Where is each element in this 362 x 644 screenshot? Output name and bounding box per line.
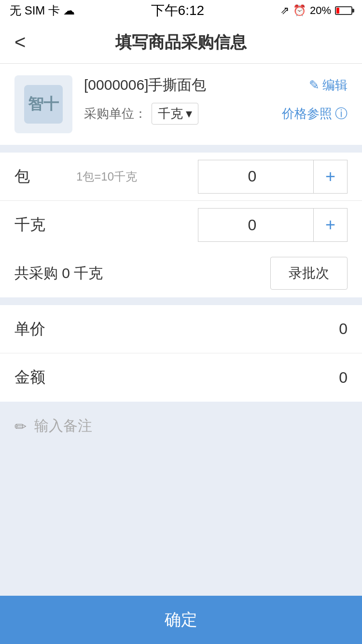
- bag-label: 包: [14, 166, 72, 187]
- kg-label: 千克: [14, 214, 72, 236]
- sim-status: 无 SIM 卡 ☁: [10, 3, 75, 18]
- bag-input[interactable]: [198, 160, 314, 194]
- bag-sublabel: 1包=10千克: [76, 169, 198, 184]
- unit-price-value: 0: [339, 320, 348, 338]
- unit-dropdown[interactable]: 千克 ▾: [152, 103, 198, 125]
- product-logo: 智十: [24, 85, 63, 124]
- section-separator-1: [0, 145, 362, 153]
- product-card: 智十 [0000006]手撕面包 ✎ 编辑 采购单位： 千克 ▾ 价格参照 ⓘ: [0, 64, 362, 145]
- product-info: [0000006]手撕面包 ✎ 编辑 采购单位： 千克 ▾ 价格参照 ⓘ: [84, 75, 348, 125]
- unit-price-label: 单价: [14, 319, 45, 340]
- price-ref-button[interactable]: 价格参照 ⓘ: [282, 105, 348, 122]
- unit-price-row: 单价 0: [0, 305, 362, 353]
- amount-value: 0: [339, 369, 348, 387]
- edit-button[interactable]: ✎ 编辑: [309, 77, 348, 94]
- alarm-icon: ⏰: [293, 4, 306, 17]
- amount-label: 金额: [14, 367, 45, 388]
- price-section: 单价 0 金额 0: [0, 305, 362, 402]
- location-icon: ⇗: [280, 4, 289, 17]
- unit-selector: 采购单位： 千克 ▾: [84, 103, 198, 125]
- unit-label: 采购单位：: [84, 105, 147, 122]
- bag-input-group: +: [198, 160, 348, 194]
- kg-row: 千克 +: [0, 201, 362, 249]
- product-top-row: [0000006]手撕面包 ✎ 编辑: [84, 75, 348, 95]
- bag-plus-button[interactable]: +: [314, 160, 348, 194]
- status-right: ⇗ ⏰ 20%: [280, 4, 352, 17]
- total-label: 共采购 0 千克: [14, 264, 103, 283]
- status-left: 无 SIM 卡 ☁: [10, 3, 75, 18]
- price-ref-label: 价格参照: [282, 105, 332, 122]
- section-separator-2: [0, 297, 362, 305]
- back-button[interactable]: <: [14, 31, 26, 53]
- kg-input[interactable]: [198, 208, 314, 242]
- remark-section[interactable]: ✏ 输入备注: [0, 402, 362, 489]
- kg-input-group: +: [198, 208, 348, 242]
- status-bar: 无 SIM 卡 ☁ 下午6:12 ⇗ ⏰ 20%: [0, 0, 362, 21]
- chevron-down-icon: ▾: [186, 106, 192, 121]
- total-row: 共采购 0 千克 录批次: [0, 249, 362, 297]
- amount-row: 金额 0: [0, 353, 362, 402]
- batch-button[interactable]: 录批次: [270, 257, 348, 290]
- confirm-button[interactable]: 确定: [0, 596, 362, 644]
- nav-bar: < 填写商品采购信息: [0, 21, 362, 64]
- pencil-icon: ✏: [14, 418, 27, 435]
- page-title: 填写商品采购信息: [115, 31, 247, 54]
- product-name: [0000006]手撕面包: [84, 75, 206, 95]
- battery-percent: 20%: [310, 4, 331, 17]
- product-image: 智十: [14, 75, 72, 133]
- info-icon: ⓘ: [335, 105, 348, 122]
- unit-value: 千克: [158, 105, 183, 122]
- kg-plus-button[interactable]: +: [314, 208, 348, 242]
- product-bottom-row: 采购单位： 千克 ▾ 价格参照 ⓘ: [84, 103, 348, 125]
- bag-form-section: 包 1包=10千克 + 千克 +: [0, 153, 362, 249]
- remark-placeholder: 输入备注: [34, 416, 92, 436]
- status-time: 下午6:12: [151, 1, 205, 20]
- edit-icon: ✎: [309, 78, 320, 93]
- bag-row: 包 1包=10千克 +: [0, 153, 362, 201]
- edit-label: 编辑: [322, 77, 348, 94]
- battery-icon: [335, 6, 352, 15]
